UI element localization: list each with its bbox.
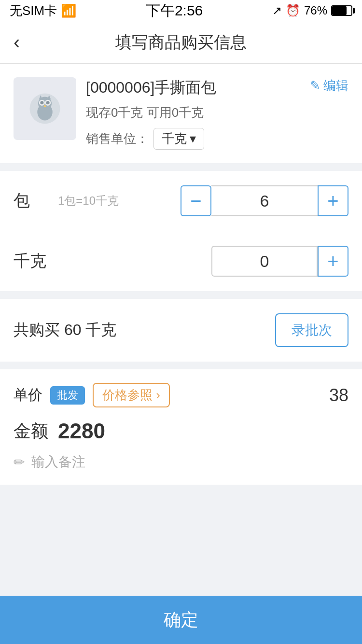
confirm-button[interactable]: 确定 xyxy=(0,596,362,644)
product-section: [0000006]手撕面包 现存0千克 可用0千克 销售单位： 千克 ▾ ✎ 编… xyxy=(0,64,362,163)
price-value: 38 xyxy=(329,385,348,406)
carrier-text: 无SIM卡 xyxy=(10,2,57,19)
price-label: 单价 xyxy=(14,385,42,405)
svg-point-5 xyxy=(40,101,43,104)
product-image xyxy=(14,77,76,140)
note-icon: ✏ xyxy=(14,454,25,470)
status-battery: ↗ ⏰ 76% xyxy=(272,4,352,17)
price-ref-button[interactable]: 价格参照 › xyxy=(93,383,170,407)
unit-label: 销售单位： xyxy=(86,130,149,147)
status-carrier: 无SIM卡 📶 xyxy=(10,2,76,19)
product-logo xyxy=(28,92,62,126)
unit-select[interactable]: 千克 ▾ xyxy=(153,128,204,150)
product-info: [0000006]手撕面包 现存0千克 可用0千克 销售单位： 千克 ▾ xyxy=(86,77,348,150)
location-icon: ↗ xyxy=(272,4,282,17)
note-text: 输入备注 xyxy=(31,453,85,471)
edit-icon: ✎ xyxy=(310,78,320,93)
status-time: 下午2:56 xyxy=(146,1,203,21)
status-bar: 无SIM卡 📶 下午2:56 ↗ ⏰ 76% xyxy=(0,0,362,21)
unit-dropdown-icon: ▾ xyxy=(190,131,196,146)
back-button[interactable]: ‹ xyxy=(14,31,20,53)
confirm-label: 确定 xyxy=(164,608,198,632)
pack-sub-label: 1包=10千克 xyxy=(58,193,181,209)
price-section: 单价 批发 价格参照 › 38 金额 2280 ✏ 输入备注 xyxy=(0,369,362,485)
total-text: 共购买 60 千克 xyxy=(14,320,116,341)
kg-input[interactable] xyxy=(211,246,318,277)
battery-icon xyxy=(331,5,352,16)
input-section: 包 1包=10千克 − + 千克 + xyxy=(0,171,362,291)
total-section: 共购买 60 千克 录批次 xyxy=(0,299,362,362)
svg-point-6 xyxy=(46,101,50,104)
kg-label: 千克 xyxy=(14,250,52,272)
pack-row: 包 1包=10千克 − + xyxy=(0,171,362,231)
price-row: 单价 批发 价格参照 › 38 xyxy=(14,383,348,407)
unit-value: 千克 xyxy=(162,130,187,147)
pack-plus-button[interactable]: + xyxy=(318,185,348,216)
page-title: 填写商品购买信息 xyxy=(115,31,247,54)
edit-label: 编辑 xyxy=(323,77,348,94)
pack-minus-button[interactable]: − xyxy=(181,185,211,216)
product-name: [0000006]手撕面包 xyxy=(86,77,348,98)
kg-stepper: + xyxy=(211,246,348,277)
pack-label: 包 xyxy=(14,190,52,212)
amount-row: 金额 2280 xyxy=(14,419,348,443)
product-stock: 现存0千克 可用0千克 xyxy=(86,104,348,121)
edit-button[interactable]: ✎ 编辑 xyxy=(310,77,348,94)
note-row[interactable]: ✏ 输入备注 xyxy=(14,453,348,471)
amount-label: 金额 xyxy=(14,420,48,443)
kg-row: 千克 + xyxy=(0,231,362,291)
batch-button[interactable]: 录批次 xyxy=(275,313,348,347)
kg-plus-button[interactable]: + xyxy=(318,246,348,277)
pack-stepper: − + xyxy=(181,185,348,216)
product-unit-row: 销售单位： 千克 ▾ xyxy=(86,128,348,150)
batch-tag: 批发 xyxy=(50,386,85,405)
amount-value: 2280 xyxy=(58,419,105,443)
alarm-icon: ⏰ xyxy=(286,4,300,17)
nav-bar: ‹ 填写商品购买信息 xyxy=(0,21,362,64)
pack-input[interactable] xyxy=(211,185,318,216)
wifi-icon: 📶 xyxy=(61,3,76,18)
battery-percent: 76% xyxy=(304,4,327,17)
